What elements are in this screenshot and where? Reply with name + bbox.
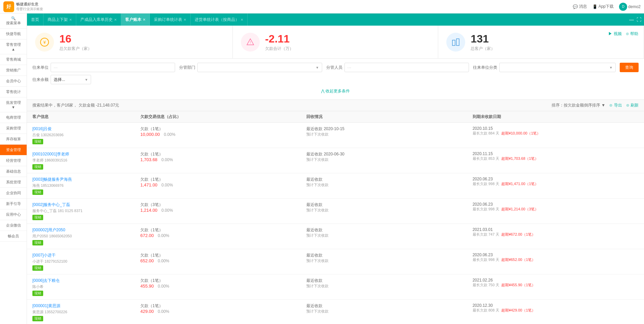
balance-placeholder: 选择... [54,77,65,83]
overdue-amount[interactable]: 超期¥672.00（1笔） [501,232,535,237]
overdue-amount[interactable]: 超期¥1,471.00（1笔） [501,181,538,186]
sidebar-item-ecommerce[interactable]: 电商管理 [0,112,27,123]
tab-home[interactable]: 首页 [27,13,44,26]
last-collect-date: 最近收款 2020-06-30 [306,151,472,157]
sidebar-item-wechat[interactable]: 企业微信 [0,220,27,231]
search-btn[interactable]: 查询 [620,63,639,72]
sidebar-item-vip[interactable]: 畅会员 [0,231,27,242]
tab-inbound-stats[interactable]: 进货单统计表（按商品） ✕ [191,13,248,26]
debt-count: 欠款（3笔） [140,202,306,208]
layout: 🔍 搜索菜单 快捷导航 零售管理 ▲ 零售商城 营销推广 会员中心 零售统计 批… [0,13,644,324]
tab-purchase-stats[interactable]: 采购订单统计表 ✕ [150,13,191,26]
debt-amount[interactable]: 672.00 [140,233,154,238]
app-download-btn[interactable]: 📱 App下载 [592,4,614,9]
customer-name[interactable]: [0002]服务中心_丁磊 [32,202,140,208]
customer-cell: [0016]吕俊 吕俊 13026203696 现销 [32,126,140,144]
header-right: 💬 消息 📱 App下载 D demo2 [573,3,641,11]
tab-expand-btn[interactable]: ⛶ [637,17,641,22]
debt-amount[interactable]: 429.00 [140,309,154,314]
sidebar-item-inventory[interactable]: 库存核算 [0,134,27,145]
message-btn[interactable]: 💬 消息 [573,4,587,9]
customer-contact: 海燕 18513066976 [32,183,140,188]
table-row: [0007]小进干 小进干 18279152100 现销 欠款（1笔） 652.… [27,249,644,274]
sidebar-quick-nav[interactable]: 快捷导航 [0,29,27,39]
stat-number-total: 131 [471,32,495,45]
sidebar-item-member[interactable]: 会员中心 [0,76,27,87]
tab-goods-listing[interactable]: 商品上下架 ✕ [44,13,76,26]
sidebar-item-finance[interactable]: 资金管理 [0,145,27,155]
customer-name[interactable]: [0006]去下粮仓 [32,278,140,284]
refresh-btn[interactable]: ⊙ 刷新 [626,102,639,108]
customer-name[interactable]: [0016]吕俊 [32,126,140,132]
debt-amount[interactable]: 1,703.68 [140,157,158,162]
source-unit-input[interactable]: ··· [51,63,175,72]
tab-minimize-btn[interactable]: — [629,17,634,22]
last-collect-date: 最近收款 [306,202,472,208]
tab-close-inbound[interactable]: ✕ [241,18,243,22]
stat-number-debt: -2.11 [265,32,293,45]
customer-name[interactable]: [0001020001]李老师 [32,151,140,157]
overdue-amount[interactable]: 超期¥10,000.00（1笔） [501,131,540,136]
table-header: 客户信息 欠款交易信息（占比） 回收情况 到期未收款日期 [27,111,644,123]
sort-label[interactable]: 排序：按欠款金额倒序排序 ▼ [552,102,605,108]
result-bar-right: 排序：按欠款金额倒序排序 ▼ ⊙ 导出 ⊙ 刷新 [552,102,639,108]
debt-amount[interactable]: 10,000.00 [140,132,160,137]
overdue-amount[interactable]: 超期¥652.00（1笔） [501,257,535,262]
overdue-amount[interactable]: 超期¥429.00（1笔） [501,308,535,313]
overdue-amount[interactable]: 超期¥1,214.00（3笔） [501,207,538,212]
overdue-amount[interactable]: 超期¥455.90（1笔） [501,283,535,288]
next-collect-label: 预计下次收款 [306,208,472,213]
department-select[interactable]: ▼ [197,63,322,72]
sidebar-item-enterprise[interactable]: 企业协同 [0,188,27,199]
tab-close-ledger[interactable]: ✕ [143,18,145,22]
tab-close-inventory[interactable]: ✕ [114,18,117,22]
tab-close-goods[interactable]: ✕ [69,18,72,22]
debt-count: 欠款（1笔） [140,278,306,284]
debt-percent: 0.00% [162,208,173,213]
customer-name[interactable]: [0003]畅捷服务尹海燕 [32,177,140,182]
help-btn[interactable]: ⊙ 帮助 [626,31,638,37]
tab-inventory-history[interactable]: 产成品入库单历史 ✕ [76,13,121,26]
filter-unit-category: 往来单位分类 ▼ [473,63,616,72]
app-icon: 📱 [592,4,597,9]
svg-rect-5 [456,39,459,46]
store-label[interactable]: 母婴行业演示账套 [16,7,43,11]
sidebar-item-retail-mall[interactable]: 零售商城 [0,54,27,65]
sidebar-item-marketing[interactable]: 营销推广 [0,65,27,76]
unit-category-label: 往来单位分类 [473,65,497,70]
collapse-more-btn[interactable]: ⋀ 收起更多条件 [32,87,639,95]
main-area: 首页 商品上下架 ✕ 产成品入库单历史 ✕ 客户账本 ✕ 采购订单统计表 ✕ 进… [27,13,644,324]
customer-name[interactable]: [000001]黄思源 [32,303,140,309]
customer-name[interactable]: [0007]小进干 [32,253,140,258]
overdue-days: 最长欠款 998 天 [473,181,499,186]
view-btn[interactable]: ▶ 视频 [608,31,621,37]
filter-source-unit: 往来单位 ··· [32,63,175,72]
customer-name[interactable]: [000002]用户2050 [32,227,140,233]
debt-amount[interactable]: 652.00 [140,258,154,263]
tab-close-purchase[interactable]: ✕ [184,18,186,22]
manager-input[interactable]: ··· [344,63,469,72]
balance-select[interactable]: 选择... ▼ [51,75,91,84]
filter-balance: 往来余额 选择... ▼ [32,75,639,84]
tab-customer-ledger[interactable]: 客户账本 ✕ [121,13,150,26]
sidebar-item-retail-mgmt[interactable]: 零售管理 ▲ [0,39,27,54]
sidebar-item-purchase-mgmt[interactable]: 采购管理 [0,123,27,134]
table-row: [0001020001]李老师 李老师 18600391516 现销 欠款（1笔… [27,148,644,173]
sidebar-item-retail-stats[interactable]: 零售统计 [0,87,27,97]
sidebar-search-btn[interactable]: 🔍 搜索菜单 [0,13,27,29]
next-collect-label: 预计下次收款 [306,284,472,289]
sidebar-item-basic-info[interactable]: 基础信息 [0,166,27,177]
debt-amount[interactable]: 1,214.00 [140,208,158,213]
debt-amount[interactable]: 1,471.00 [140,182,158,187]
sidebar-item-newbie[interactable]: 新手引导 [0,199,27,209]
sidebar-item-wholesale-mgmt[interactable]: 批发管理 ▼ [0,97,27,112]
sidebar-item-app-center[interactable]: 应用中心 [0,209,27,220]
user-btn[interactable]: D demo2 [619,3,641,11]
unit-category-select[interactable]: ▼ [499,63,616,72]
overdue-amount[interactable]: 超期¥1,703.68（1笔） [501,156,538,161]
sidebar-item-operations[interactable]: 经营管理 [0,155,27,166]
export-btn[interactable]: ⊙ 导出 [609,102,622,108]
sidebar-item-system-mgmt[interactable]: 系统管理 [0,177,27,188]
debt-amount[interactable]: 455.90 [140,284,154,289]
customer-cell: [0001020001]李老师 李老师 18600391516 现销 [32,151,140,170]
